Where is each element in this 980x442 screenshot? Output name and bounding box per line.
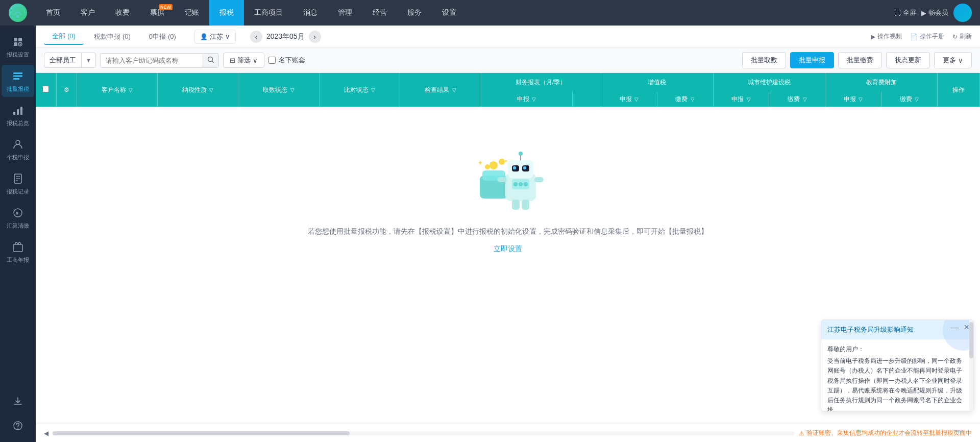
- top-nav-right: ⛶ 全屏 ▶ 畅会员: [894, 4, 980, 22]
- sidebar-item-tax-records[interactable]: 报税记录: [2, 167, 34, 200]
- tab-bar: 全部 (0) 税款申报 (0) 0申报 (0) 👤 江苏 ∨ ‹ 2023年05…: [36, 26, 980, 48]
- th-customer-name: 客户名称 ▽: [77, 73, 157, 107]
- batch-pay-button[interactable]: 批量缴费: [838, 52, 882, 68]
- tab-tax-declare[interactable]: 税款申报 (0): [86, 29, 139, 44]
- th-vat-declare: 申报 ▽: [601, 92, 657, 107]
- personal-tax-icon: [11, 137, 25, 152]
- svg-point-28: [489, 161, 498, 169]
- table-header-row: ⚙ 客户名称 ▽ 纳税性质 ▽ 取数状态 ▽ 比对状态 ▽ 检查结果 ▽ 财务报…: [36, 73, 980, 92]
- th-check-result: 检查结果 ▽: [400, 73, 481, 107]
- nav-item-message[interactable]: 消息: [293, 0, 328, 26]
- tax-nature-filter-icon[interactable]: ▽: [209, 87, 213, 93]
- customer-name-filter-icon[interactable]: ▽: [129, 87, 133, 93]
- svg-text:✦: ✦: [504, 158, 508, 164]
- compare-status-filter-icon[interactable]: ▽: [371, 87, 375, 93]
- book-icon: 📄: [910, 33, 918, 40]
- scroll-left-btn[interactable]: ◀: [44, 430, 48, 437]
- sidebar-item-help[interactable]: [2, 414, 34, 437]
- sidebar-label-tax-overview: 报税总览: [7, 119, 29, 127]
- sidebar-label-settlement: 汇算清缴: [7, 222, 29, 230]
- prev-month-button[interactable]: ‹: [250, 31, 262, 43]
- sidebar-item-tax-overview[interactable]: 报税总览: [2, 99, 34, 131]
- notif-greeting: 尊敬的用户：: [827, 345, 967, 354]
- filter-icon: ⊟: [230, 57, 235, 64]
- toolbar: 全部员工 ▼ ⊟ 筛选 ∨ 名下账套: [36, 48, 980, 73]
- th-city-pay: 缴费 ▽: [769, 92, 825, 107]
- account-set-checkbox-label[interactable]: 名下账套: [268, 56, 305, 65]
- employee-select-arrow[interactable]: ▼: [82, 55, 95, 66]
- horizontal-scrollbar[interactable]: [53, 431, 795, 435]
- logo[interactable]: [5, 0, 31, 26]
- region-select[interactable]: 👤 江苏 ∨: [194, 30, 236, 44]
- nav-item-management[interactable]: 管理: [328, 0, 362, 26]
- svg-point-48: [524, 182, 528, 186]
- account-set-checkbox[interactable]: [268, 57, 276, 64]
- tab-all[interactable]: 全部 (0): [44, 29, 84, 45]
- search-input[interactable]: [101, 54, 203, 67]
- sidebar-item-batch-tax[interactable]: 批量报税: [2, 65, 34, 97]
- svg-rect-11: [13, 112, 15, 115]
- avatar[interactable]: [953, 4, 972, 22]
- nav-item-fee[interactable]: 收费: [105, 0, 140, 26]
- nav-item-service[interactable]: 服务: [397, 0, 432, 26]
- svg-rect-13: [20, 107, 22, 115]
- svg-rect-38: [523, 166, 526, 169]
- filter-button[interactable]: ⊟ 筛选 ∨: [223, 53, 264, 68]
- settings-icon[interactable]: ⚙: [64, 86, 69, 93]
- next-month-button[interactable]: ›: [309, 31, 321, 43]
- more-button[interactable]: 更多 ∨: [934, 52, 972, 68]
- refresh-button[interactable]: ↻ 刷新: [952, 32, 972, 41]
- employee-select-label: 全部员工: [44, 53, 82, 67]
- select-all-checkbox[interactable]: [42, 86, 49, 92]
- search-box: [100, 53, 219, 68]
- notif-minimize-button[interactable]: —: [951, 323, 959, 332]
- annual-report-icon: [11, 240, 25, 254]
- svg-rect-4: [14, 42, 17, 46]
- svg-rect-42: [534, 177, 544, 182]
- status-update-button[interactable]: 状态更新: [886, 52, 930, 68]
- th-city-maintenance: 城市维护建设税: [713, 73, 825, 92]
- svg-rect-10: [13, 78, 19, 80]
- svg-rect-41: [498, 177, 507, 182]
- operation-video-button[interactable]: ▶ 操作视频: [871, 32, 902, 41]
- notif-close-button[interactable]: ×: [964, 322, 969, 333]
- nav-item-operation[interactable]: 经营: [362, 0, 397, 26]
- nav-item-tax[interactable]: 报税: [209, 0, 244, 26]
- operation-manual-button[interactable]: 📄 操作手册: [910, 32, 944, 41]
- th-checkbox: [36, 73, 56, 107]
- svg-rect-21: [13, 244, 22, 252]
- nav-item-accounting[interactable]: 记账: [175, 0, 209, 26]
- batch-fetch-button[interactable]: 批量取数: [742, 52, 786, 68]
- th-edu-declare: 申报 ▽: [825, 92, 881, 107]
- th-financial-report: 财务报表（月/季）: [481, 73, 601, 92]
- sidebar-label-batch-tax: 批量报税: [7, 85, 29, 93]
- notif-scrollbar[interactable]: [969, 320, 973, 411]
- check-result-filter-icon[interactable]: ▽: [452, 87, 456, 93]
- sidebar-item-personal-tax[interactable]: 个税申报: [2, 133, 34, 165]
- setup-link[interactable]: 立即设置: [494, 244, 522, 254]
- member-button[interactable]: ▶ 畅会员: [921, 8, 948, 17]
- fullscreen-button[interactable]: ⛶ 全屏: [894, 8, 916, 17]
- nav-item-home[interactable]: 首页: [36, 0, 70, 26]
- batch-tax-icon: [11, 69, 25, 83]
- member-icon: ▶: [921, 9, 926, 17]
- tab-zero-declare[interactable]: 0申报 (0): [141, 29, 184, 44]
- batch-declare-button[interactable]: 批量申报: [790, 52, 834, 68]
- search-button[interactable]: [203, 54, 218, 67]
- nav-item-customer[interactable]: 客户: [70, 0, 105, 26]
- sidebar-item-settlement[interactable]: ¥ 汇算清缴: [2, 202, 34, 234]
- nav-item-commerce[interactable]: 工商项目: [244, 0, 293, 26]
- svg-point-14: [16, 140, 20, 144]
- th-edu-pay: 缴费 ▽: [881, 92, 938, 107]
- sidebar-item-tax-settings[interactable]: 报税设置: [2, 31, 34, 63]
- sidebar-item-download[interactable]: [2, 390, 34, 412]
- nav-item-invoice[interactable]: 票据 NEW: [140, 0, 175, 26]
- nav-item-settings[interactable]: 设置: [432, 0, 467, 26]
- th-education-surcharge: 教育费附加: [825, 73, 938, 92]
- notif-content: 受当前电子税务局进一步升级的影响，同一个政务网账号（办税人）名下的企业不能再同时…: [827, 356, 967, 411]
- th-vat-pay: 缴费 ▽: [657, 92, 713, 107]
- fetch-status-filter-icon[interactable]: ▽: [290, 87, 295, 93]
- svg-text:✦: ✦: [477, 159, 483, 167]
- sidebar-item-annual-report[interactable]: 工商年报: [2, 236, 34, 268]
- more-chevron-icon: ∨: [958, 57, 963, 64]
